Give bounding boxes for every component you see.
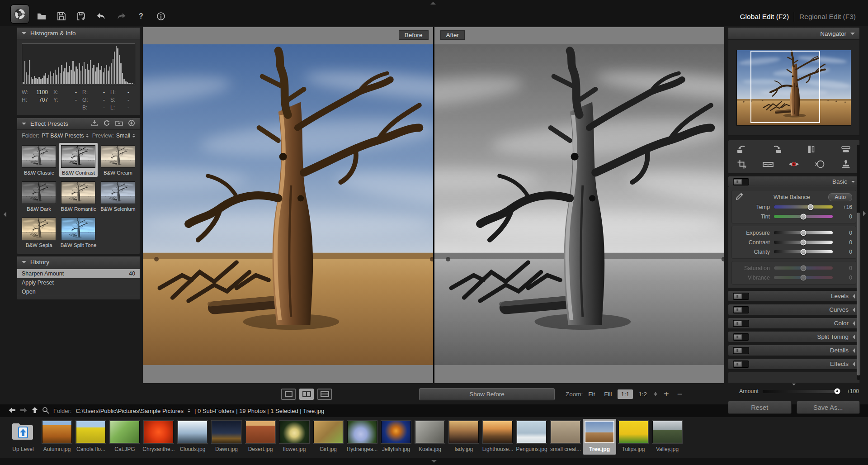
- zoom-stepper-icon[interactable]: [654, 392, 657, 396]
- section-enable-toggle[interactable]: [733, 320, 749, 327]
- clone-stamp-icon[interactable]: [840, 159, 852, 169]
- section-enable-toggle[interactable]: [733, 361, 749, 368]
- section-enable-toggle[interactable]: [733, 333, 749, 341]
- filmstrip-item[interactable]: Valley.jpg: [651, 419, 684, 455]
- navigator-panel-header[interactable]: Navigator: [728, 27, 860, 40]
- history-item[interactable]: Open: [17, 287, 140, 296]
- slider-handle[interactable]: [807, 204, 813, 210]
- new-folder-icon[interactable]: [115, 119, 123, 128]
- right-panel-scrollbar[interactable]: [857, 145, 860, 380]
- navigator-view-rectangle[interactable]: [750, 51, 820, 123]
- undo-icon[interactable]: [96, 11, 107, 22]
- history-panel-header[interactable]: History: [17, 256, 140, 268]
- filmstrip-item[interactable]: Cat.JPG: [108, 419, 142, 455]
- refresh-icon[interactable]: [103, 119, 110, 128]
- adjustment-section-header[interactable]: Curves: [728, 304, 860, 315]
- zoom-option[interactable]: Fit: [585, 389, 599, 399]
- adjustment-section-header[interactable]: Effects: [728, 358, 860, 370]
- view-split-horizontal-button[interactable]: [317, 389, 332, 400]
- zoom-out-button[interactable]: −: [673, 389, 687, 399]
- path-dropdown-arrows-icon[interactable]: [188, 409, 190, 413]
- filmstrip-item[interactable]: Autumn.jpg: [40, 419, 74, 455]
- slider-track[interactable]: [774, 266, 833, 270]
- search-icon[interactable]: [42, 407, 49, 415]
- filmstrip-item[interactable]: Desert.jpg: [244, 419, 277, 455]
- auto-white-balance-button[interactable]: Auto: [828, 193, 852, 201]
- filmstrip-item[interactable]: Tree.jpg: [583, 419, 616, 455]
- filmstrip-item[interactable]: Dawn.jpg: [210, 419, 243, 455]
- histogram-panel-header[interactable]: Histogram & Info: [17, 28, 140, 39]
- adjustment-section-header[interactable]: Levels: [728, 290, 860, 302]
- view-split-vertical-button[interactable]: [299, 389, 314, 400]
- preset-folder-select[interactable]: PT B&W Presets: [42, 133, 89, 139]
- straighten-icon[interactable]: [762, 159, 774, 169]
- section-enable-toggle[interactable]: [733, 293, 749, 300]
- filmstrip-item[interactable]: Penguins.jpg: [515, 419, 548, 455]
- adjustment-section-header[interactable]: Details: [728, 345, 860, 356]
- slider-handle[interactable]: [801, 265, 807, 271]
- amount-slider-track[interactable]: [763, 390, 840, 393]
- zoom-in-button[interactable]: +: [660, 389, 673, 399]
- slider-handle[interactable]: [801, 275, 807, 280]
- preset-item[interactable]: B&W Sepia: [20, 215, 58, 249]
- amount-slider-handle[interactable]: [834, 389, 840, 394]
- slider-handle[interactable]: [801, 239, 807, 245]
- flip-vertical-icon[interactable]: [840, 144, 852, 154]
- filmstrip-item[interactable]: lady.jpg: [447, 419, 481, 455]
- before-view[interactable]: Before: [143, 27, 433, 383]
- adjustment-section-header[interactable]: Split Toning: [728, 331, 860, 342]
- save-as-button[interactable]: Save As...: [797, 401, 860, 414]
- preset-item[interactable]: B&W Dark: [20, 179, 58, 213]
- history-item[interactable]: Apply Preset: [17, 278, 140, 287]
- preview-size-select[interactable]: Small: [116, 133, 135, 139]
- scroll-more-indicator[interactable]: [728, 383, 860, 386]
- slider-handle[interactable]: [801, 230, 807, 236]
- after-view[interactable]: After: [434, 27, 725, 383]
- rotate-left-icon[interactable]: [736, 144, 748, 154]
- show-before-button[interactable]: Show Before: [419, 388, 555, 400]
- add-preset-icon[interactable]: [128, 119, 135, 128]
- expand-right-panel-arrow-icon[interactable]: [863, 211, 866, 216]
- preset-item[interactable]: B&W Selenium: [99, 179, 137, 213]
- basic-enable-toggle[interactable]: [733, 178, 749, 185]
- flip-horizontal-icon[interactable]: [805, 144, 817, 154]
- help-icon[interactable]: ?: [136, 11, 146, 22]
- filmstrip-item[interactable]: Lighthouse...: [481, 419, 514, 455]
- adjustment-section-header[interactable]: Color: [728, 318, 860, 329]
- slider-track[interactable]: [774, 215, 833, 218]
- filmstrip-item[interactable]: Jellyfish.jpg: [379, 419, 413, 455]
- preset-item[interactable]: B&W Classic: [20, 143, 58, 177]
- navigator-thumbnail[interactable]: [736, 50, 851, 126]
- filmstrip-item[interactable]: Koala.jpg: [413, 419, 447, 455]
- filmstrip-item[interactable]: small creat...: [549, 419, 582, 455]
- filmstrip-item[interactable]: Up Level: [6, 419, 40, 455]
- filmstrip-item[interactable]: Clouds.jpg: [176, 419, 209, 455]
- slider-handle[interactable]: [801, 249, 807, 255]
- forward-arrow-icon[interactable]: [20, 407, 28, 415]
- preset-item[interactable]: B&W Romantic: [59, 179, 97, 213]
- view-single-button[interactable]: [281, 389, 296, 400]
- filmstrip-item[interactable]: Chrysanthe...: [142, 419, 175, 455]
- filmstrip-item[interactable]: Canola flo...: [74, 419, 108, 455]
- collapse-filmstrip-arrow-icon[interactable]: [431, 460, 437, 463]
- zoom-option[interactable]: 1:1: [618, 389, 633, 399]
- mode-tab[interactable]: Regional Edit (F3): [794, 12, 861, 22]
- slider-track[interactable]: [774, 276, 833, 279]
- collapse-left-panel-arrow-icon[interactable]: [4, 212, 6, 217]
- filmstrip-item[interactable]: Tulips.jpg: [617, 419, 650, 455]
- crop-icon[interactable]: [736, 159, 748, 169]
- zoom-option[interactable]: 1:2: [635, 389, 651, 399]
- preset-item[interactable]: B&W Contrast: [59, 143, 97, 177]
- section-enable-toggle[interactable]: [733, 347, 749, 354]
- filmstrip-item[interactable]: Girl.jpg: [311, 419, 345, 455]
- zoom-option[interactable]: Fill: [600, 389, 615, 399]
- slider-track[interactable]: [774, 231, 833, 234]
- filmstrip-item[interactable]: Hydrangea...: [345, 419, 379, 455]
- basic-section-header[interactable]: Basic: [728, 176, 860, 187]
- preset-item[interactable]: B&W Cream: [99, 143, 137, 177]
- section-enable-toggle[interactable]: [733, 306, 749, 313]
- up-arrow-icon[interactable]: [32, 407, 38, 415]
- slider-track[interactable]: [774, 241, 833, 244]
- save-icon[interactable]: [56, 11, 67, 22]
- open-folder-icon[interactable]: [36, 11, 47, 22]
